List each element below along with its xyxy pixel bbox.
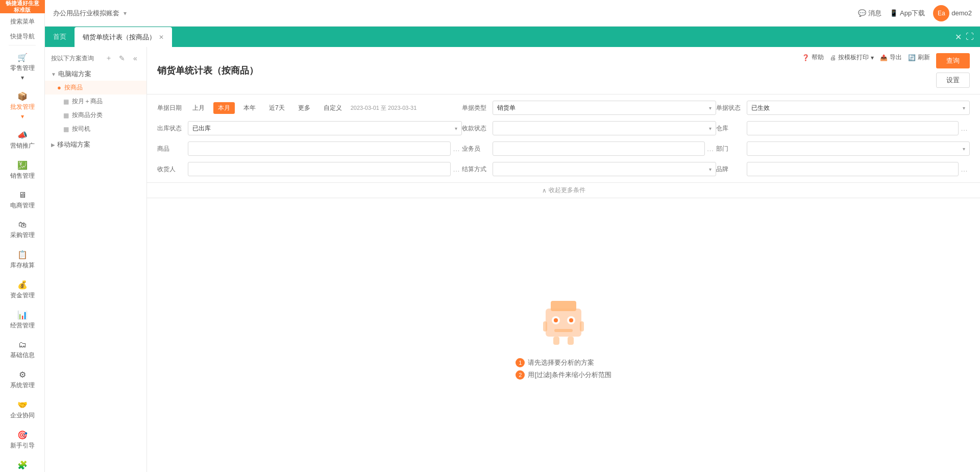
content-area: 按以下方案查询 ＋ ✎ « ▼ 电脑端方案 ● 按商品 ▦: [45, 47, 980, 472]
sidebar-item-retail[interactable]: 🛒 零售管理 ▾: [0, 48, 44, 86]
salesperson-dots[interactable]: …: [705, 145, 716, 153]
svg-rect-6: [554, 329, 573, 332]
sidebar-item-guide[interactable]: 🎯 新手引导: [0, 425, 44, 455]
svg-rect-1: [551, 301, 576, 311]
filter-row-1: 单据日期 上月 本月 本年 近7天 更多 自定义 2023-03-01 至 20…: [157, 101, 970, 115]
query-button[interactable]: 查询: [936, 53, 970, 68]
top-title: 办公用品行业模拟账套: [53, 9, 119, 18]
payment-select[interactable]: ▾: [493, 162, 716, 176]
sidebar-item-label-inventory: 库存核算: [10, 261, 35, 270]
page-title: 销货单统计表（按商品）: [157, 64, 258, 77]
date-prev-month[interactable]: 上月: [188, 102, 209, 114]
print-icon: 🖨: [830, 54, 836, 61]
brand-dots[interactable]: …: [959, 165, 970, 173]
app-download-label: App下载: [900, 9, 925, 18]
collapse-button[interactable]: ∧ 收起更多条件: [542, 186, 585, 195]
tip1-text: 请先选择要分析的方案: [528, 358, 594, 367]
payment-arrow: ▾: [709, 167, 712, 172]
sidebar-item-operation[interactable]: 📊 经营管理: [0, 305, 44, 335]
warehouse-dots[interactable]: …: [959, 124, 970, 132]
collectstatus-control: ▾: [493, 121, 716, 135]
sidebar-search[interactable]: 搜索菜单: [0, 13, 44, 30]
tree-group-pc-header[interactable]: ▼ 电脑端方案: [45, 67, 146, 81]
tip2-num: 2: [516, 370, 525, 380]
outstatus-select[interactable]: 已出库 ▾: [188, 121, 462, 135]
app-download-action[interactable]: 📱 App下载: [890, 9, 925, 18]
tree-group-mobile-header[interactable]: ▶ 移动端方案: [45, 138, 146, 151]
tree-item-by-product[interactable]: ● 按商品: [45, 81, 146, 95]
warehouse-input[interactable]: [747, 121, 959, 135]
sidebar-item-base[interactable]: 🗂 基础信息: [0, 335, 44, 365]
export-label: 导出: [890, 53, 902, 62]
date-this-year[interactable]: 本年: [239, 102, 260, 114]
panel-add-btn[interactable]: ＋: [104, 53, 114, 63]
help-btn[interactable]: ❓ 帮助: [802, 53, 824, 62]
tree-group-mobile-label: 移动端方案: [57, 140, 90, 149]
panel-actions: ＋ ✎ «: [104, 53, 140, 63]
sidebar-item-marketing[interactable]: 📣 营销推广: [0, 125, 44, 155]
msg-action[interactable]: 💬 消息: [858, 9, 881, 18]
top-dropdown[interactable]: ▾: [124, 10, 127, 17]
date-custom[interactable]: 自定义: [319, 102, 347, 114]
product-input[interactable]: [188, 141, 451, 156]
settings-button[interactable]: 设置: [936, 73, 970, 88]
date-range: 2023-03-01 至 2023-03-31: [351, 104, 417, 112]
help-icon: ❓: [802, 54, 810, 61]
by-driver-icon: ▦: [63, 126, 69, 133]
user-action[interactable]: Ea demo2: [933, 5, 972, 21]
date-this-month[interactable]: 本月: [213, 102, 235, 114]
export-btn[interactable]: 📤 导出: [880, 53, 902, 62]
doctype-select[interactable]: 销货单 ▾: [493, 101, 716, 115]
outstatus-control: 已出库 ▾: [188, 121, 462, 135]
tabbar-close-btn[interactable]: ✕: [955, 32, 962, 42]
sidebar-item-sales[interactable]: 💹 销售管理: [0, 155, 44, 185]
svg-rect-8: [580, 321, 584, 332]
docstatus-control: 已生效 ▾: [747, 101, 970, 115]
tab-home[interactable]: 首页: [45, 27, 75, 47]
tabbar-maximize-btn[interactable]: ⛶: [966, 32, 974, 41]
refresh-btn[interactable]: 🔄 刷新: [908, 53, 930, 62]
tab-close-icon[interactable]: ✕: [159, 34, 164, 41]
sales-icon: 💹: [17, 160, 28, 170]
panel-edit-btn[interactable]: ✎: [117, 53, 127, 63]
tree-arrow-pc: ▼: [51, 72, 56, 77]
receiver-input[interactable]: [188, 162, 451, 176]
sidebar-item-purchase[interactable]: 🛍 采购管理: [0, 215, 44, 245]
date-more[interactable]: 更多: [293, 102, 315, 114]
receiver-dots[interactable]: …: [451, 165, 462, 173]
docstatus-arrow: ▾: [963, 105, 965, 111]
filter-row-4: 收货人 … 结算方式 ▾: [157, 162, 970, 176]
tree-group-pc: ▼ 电脑端方案 ● 按商品 ▦ 按月＋商品 ▦ 按商品分类 ▦ 按司机: [45, 67, 146, 136]
salesperson-input[interactable]: [493, 141, 705, 156]
sidebar-item-finance[interactable]: 💰 资金管理: [0, 275, 44, 305]
brand-input[interactable]: [747, 162, 959, 176]
sidebar-item-system[interactable]: ⚙ 系统管理: [0, 365, 44, 395]
sidebar-nav[interactable]: 快捷导航: [0, 30, 44, 43]
topbar-right: 💬 消息 📱 App下载 Ea demo2: [858, 5, 972, 21]
sidebar-item-ecommerce[interactable]: 🖥 电商管理: [0, 185, 44, 215]
export-icon: 📤: [880, 54, 888, 61]
tree-item-by-category[interactable]: ▦ 按商品分类: [45, 108, 146, 122]
doctype-control: 销货单 ▾: [493, 101, 716, 115]
page-actions: ❓ 帮助 🖨 按模板打印 ▾ 📤 导出: [802, 53, 930, 62]
panel-collapse-btn[interactable]: «: [130, 53, 140, 63]
tab-report[interactable]: 销货单统计表（按商品） ✕: [75, 27, 172, 48]
sidebar-item-wholesale[interactable]: 📦 批发管理 ▾: [0, 86, 44, 125]
docstatus-select[interactable]: 已生效 ▾: [747, 101, 970, 115]
sidebar-item-corp[interactable]: 🤝 企业协同: [0, 395, 44, 425]
collectstatus-select[interactable]: ▾: [493, 121, 716, 135]
docstatus-label: 单据状态: [716, 104, 747, 112]
sidebar-item-inventory[interactable]: 📋 库存核算: [0, 245, 44, 275]
refresh-label: 刷新: [918, 53, 930, 62]
dept-select[interactable]: ▾: [747, 141, 970, 156]
date-7days[interactable]: 近7天: [264, 102, 289, 114]
sidebar-item-appcenter[interactable]: 🧩 应用中心: [0, 455, 44, 472]
retail-icon: 🛒: [17, 53, 28, 62]
template-print-btn[interactable]: 🖨 按模板打印 ▾: [830, 53, 874, 62]
msg-icon: 💬: [858, 9, 866, 17]
product-dots[interactable]: …: [451, 145, 462, 153]
tree-item-by-driver[interactable]: ▦ 按司机: [45, 122, 146, 136]
docstatus-value: 已生效: [751, 104, 770, 112]
filter-warehouse-field: 仓库 …: [716, 121, 970, 135]
tree-item-by-month-product[interactable]: ▦ 按月＋商品: [45, 95, 146, 108]
